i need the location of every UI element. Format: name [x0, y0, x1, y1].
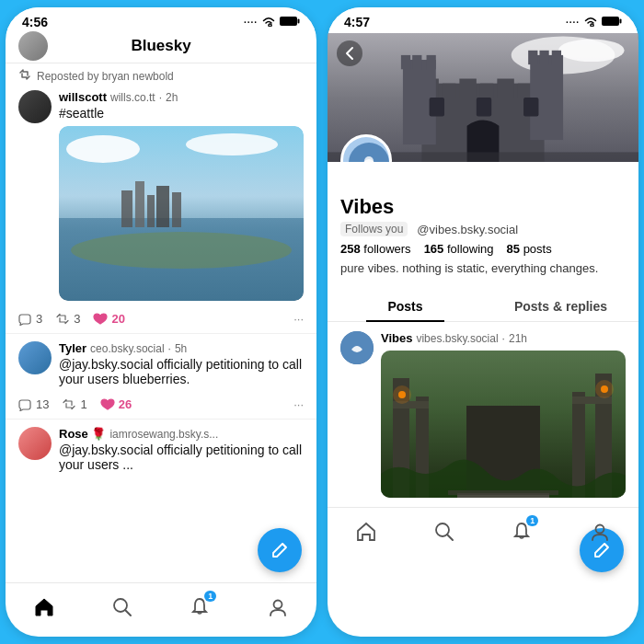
followers-stat: 258 followers	[340, 242, 411, 256]
nav-search-left[interactable]	[104, 592, 141, 622]
notification-badge-right: 1	[526, 515, 538, 526]
svg-point-54	[393, 385, 411, 404]
post-row-2: Tyler ceo.bsky.social · 5h @jay.bsky.soc…	[6, 336, 316, 392]
profile-banner: ✓ Following ···	[328, 33, 638, 162]
svg-rect-34	[552, 51, 561, 64]
svg-rect-29	[412, 55, 421, 69]
signal-icon: ····	[244, 17, 258, 28]
wifi-icon	[261, 16, 276, 29]
header-avatar[interactable]	[18, 31, 48, 61]
svg-rect-7	[156, 186, 169, 227]
svg-rect-32	[528, 51, 537, 64]
svg-point-9	[71, 232, 292, 269]
nav-profile-right[interactable]	[581, 517, 618, 546]
reply-action-2[interactable]: 13	[18, 397, 49, 411]
status-icons-right: ····	[566, 16, 622, 29]
profile-post-handle: vibes.bsky.social	[416, 332, 498, 345]
like-action-1[interactable]: 20	[93, 312, 124, 326]
more-action-1[interactable]: ···	[293, 312, 304, 326]
follows-you-badge: Follows you	[340, 222, 408, 236]
svg-rect-25	[518, 84, 531, 98]
like-count-2: 26	[119, 397, 132, 411]
profile-info: Vibes Follows you @vibes.bsky.social 258…	[328, 162, 638, 284]
nav-home-right[interactable]	[348, 517, 385, 546]
profile-post-avatar[interactable]	[340, 331, 374, 364]
compose-fab-left[interactable]	[258, 528, 302, 572]
nav-search-right[interactable]	[426, 517, 463, 546]
nav-notifications-right[interactable]: 1	[503, 517, 540, 546]
svg-rect-6	[147, 195, 155, 227]
nav-profile-left[interactable]	[259, 592, 296, 622]
nav-home-left[interactable]	[26, 592, 63, 622]
profile-name: Vibes	[340, 195, 626, 219]
post-handle-1: wills.co.tt	[110, 91, 155, 104]
post-meta-3: Rose 🌹 iamrosewang.bsky.s...	[59, 427, 304, 441]
post-avatar-1[interactable]	[18, 90, 52, 123]
post-avatar-2[interactable]	[18, 341, 52, 374]
app-title: Bluesky	[131, 37, 190, 55]
battery-icon-right	[602, 16, 622, 29]
like-count-1: 20	[111, 312, 124, 326]
phone-right: 4:57 ····	[328, 7, 638, 637]
post-image-1[interactable]	[59, 126, 304, 301]
post-username-3: Rose 🌹	[59, 427, 106, 441]
phone-left: 4:56 ···· Bluesky Reposted by bryan newb…	[6, 7, 316, 637]
tab-posts[interactable]: Posts	[328, 292, 483, 321]
post-row-3: Rose 🌹 iamrosewang.bsky.s... @jay.bsky.s…	[6, 421, 316, 477]
profile-handle: @vibes.bsky.social	[417, 223, 518, 236]
svg-point-55	[595, 380, 614, 398]
svg-rect-0	[280, 17, 297, 26]
profile-stats: 258 followers 165 following 85 posts	[340, 242, 626, 256]
profile-bio: pure vibes. nothing is static, everythin…	[340, 261, 626, 275]
signal-dots-right: ····	[566, 17, 580, 28]
post-meta-2: Tyler ceo.bsky.social · 5h	[59, 341, 304, 355]
status-time-right: 4:57	[344, 15, 370, 29]
post-row-1: willscott wills.co.tt · 2h #seattle	[6, 85, 316, 306]
profile-post-time: 21h	[509, 332, 527, 345]
reply-action-1[interactable]: 3	[18, 312, 42, 326]
post-text-3: @jay.bsky.social officially petitioning …	[59, 443, 304, 472]
post-content-2: Tyler ceo.bsky.social · 5h @jay.bsky.soc…	[59, 341, 304, 386]
repost-count-1: 3	[74, 312, 80, 326]
tab-posts-replies[interactable]: Posts & replies	[483, 292, 638, 321]
svg-rect-21	[443, 84, 455, 98]
following-stat: 165 following	[424, 242, 494, 256]
svg-point-10	[66, 135, 140, 163]
action-row-1: 3 3 20 ···	[6, 306, 316, 331]
status-bar-left: 4:56 ····	[6, 7, 316, 33]
app-header: Bluesky	[6, 33, 316, 63]
reply-count-2: 13	[36, 397, 49, 411]
svg-rect-57	[448, 490, 558, 495]
post-separator-1: ·	[159, 91, 162, 104]
post-username-2: Tyler	[59, 341, 86, 355]
repost-action-1[interactable]: 3	[55, 312, 80, 326]
profile-post-image[interactable]	[381, 351, 626, 498]
like-action-2[interactable]: 26	[100, 397, 132, 411]
more-action-2[interactable]: ···	[293, 397, 304, 411]
post-text-2: @jay.bsky.social officially petitioning …	[59, 357, 304, 386]
svg-rect-14	[602, 17, 619, 26]
svg-rect-1	[298, 19, 300, 24]
svg-rect-23	[480, 84, 493, 98]
post-text-1: #seattle	[59, 106, 304, 121]
svg-rect-22	[459, 79, 476, 98]
svg-rect-33	[539, 51, 548, 64]
post-content-1: willscott wills.co.tt · 2h #seattle	[59, 90, 304, 301]
post-username-1: willscott	[59, 90, 107, 104]
post-time-2: 5h	[175, 342, 187, 355]
svg-rect-5	[135, 181, 144, 227]
divider-1	[6, 333, 316, 334]
svg-point-18	[558, 39, 625, 62]
seattle-aerial	[59, 126, 304, 301]
svg-point-59	[595, 525, 604, 534]
post-meta-1: willscott wills.co.tt · 2h	[59, 90, 304, 104]
back-button[interactable]	[337, 40, 362, 66]
post-avatar-3[interactable]	[18, 427, 52, 460]
profile-post-username: Vibes	[381, 331, 412, 345]
reply-count-1: 3	[36, 312, 42, 326]
nav-notifications-left[interactable]: 1	[181, 592, 218, 622]
repost-action-2[interactable]: 1	[62, 397, 86, 411]
svg-rect-37	[523, 98, 538, 116]
divider-2	[6, 419, 316, 420]
svg-rect-30	[427, 55, 436, 69]
